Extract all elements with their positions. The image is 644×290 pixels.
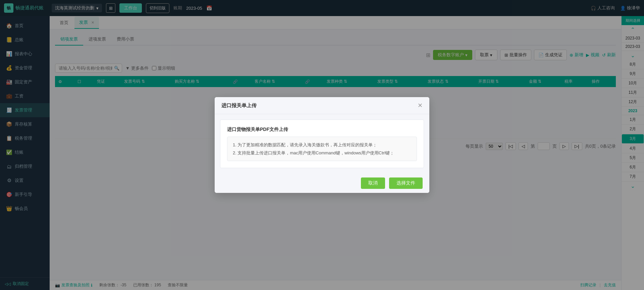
- modal-confirm-button[interactable]: 选择文件: [389, 177, 423, 189]
- modal-body-title: 进口货物报关单PDF文件上传: [227, 127, 417, 133]
- modal-cancel-button[interactable]: 取消: [361, 177, 385, 189]
- modal-note-2: 2. 支持批量上传进口报关单，mac用户使用Command键，windows用户…: [233, 149, 411, 157]
- modal-notes: 1. 为了更加精准的数据匹配，请先录入海关缴款书，再上传对应的报关单； 2. 支…: [227, 137, 417, 161]
- modal-footer: 取消 选择文件: [215, 173, 429, 193]
- modal-overlay[interactable]: 进口报关单上传 ✕ 进口货物报关单PDF文件上传 1. 为了更加精准的数据匹配，…: [0, 0, 644, 290]
- modal-header: 进口报关单上传 ✕: [215, 97, 429, 114]
- modal-title: 进口报关单上传: [221, 102, 257, 109]
- modal-note-1: 1. 为了更加精准的数据匹配，请先录入海关缴款书，再上传对应的报关单；: [233, 141, 411, 149]
- modal-body: 进口货物报关单PDF文件上传 1. 为了更加精准的数据匹配，请先录入海关缴款书，…: [220, 120, 424, 168]
- modal-close-button[interactable]: ✕: [418, 102, 423, 109]
- import-modal: 进口报关单上传 ✕ 进口货物报关单PDF文件上传 1. 为了更加精准的数据匹配，…: [215, 97, 429, 193]
